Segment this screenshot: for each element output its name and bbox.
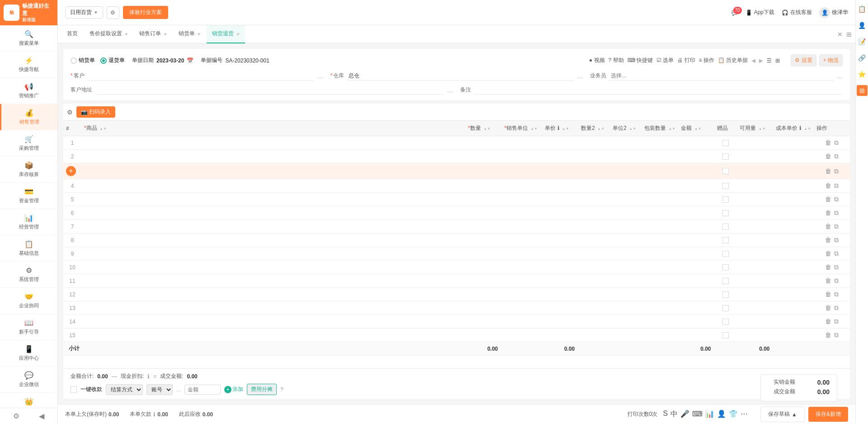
row-pack-1[interactable] — [642, 136, 678, 150]
table-settings-icon[interactable]: ⚙ — [67, 109, 73, 116]
sort-product[interactable]: ▲▼ — [99, 127, 107, 131]
delete-icon[interactable]: 🗑 — [825, 236, 831, 244]
address-dots[interactable]: ... — [447, 86, 453, 94]
debt-help[interactable]: ℹ — [153, 411, 156, 418]
customer-input[interactable] — [87, 71, 315, 81]
gift-checkbox-3[interactable] — [722, 168, 729, 174]
row-price-3[interactable] — [542, 163, 578, 179]
row-unit2-2[interactable] — [610, 150, 642, 163]
tab-return-close[interactable]: × — [236, 31, 239, 37]
sort-unit[interactable]: ▲▼ — [530, 127, 538, 131]
toolbar-icon-1[interactable]: S — [663, 410, 668, 419]
row-available-3[interactable] — [737, 163, 773, 179]
copy-icon[interactable]: ⧉ — [834, 236, 839, 244]
add-row-button[interactable]: + — [66, 166, 76, 176]
sort-pack[interactable]: ▲▼ — [669, 127, 676, 131]
scan-button[interactable]: 📷 扫码录入 — [76, 106, 115, 118]
copy-icon[interactable]: ⧉ — [834, 223, 839, 230]
tab-sales-order-close[interactable]: × — [164, 31, 166, 37]
row-product-3[interactable] — [81, 163, 465, 179]
row-amount-1[interactable] — [678, 136, 714, 150]
delete-icon-2[interactable]: 🗑 — [825, 152, 831, 160]
salesperson-dots[interactable]: ... — [837, 72, 843, 80]
warehouse-input[interactable] — [347, 71, 574, 81]
row-price-1[interactable] — [542, 136, 578, 150]
shortcut-btn[interactable]: ⌨ 快捷键 — [627, 57, 653, 64]
remark-input[interactable] — [474, 85, 843, 95]
history-btn[interactable]: 📋 历史单据 — [718, 57, 748, 64]
row-amount-2[interactable] — [678, 150, 714, 163]
online-service-button[interactable]: 🎧 在线客服 — [782, 9, 812, 16]
daily-select[interactable]: 日用百货 ▼ — [65, 6, 103, 19]
message-button[interactable]: 💬 70 — [731, 10, 738, 16]
copy-icon[interactable]: ⧉ — [834, 182, 839, 190]
row-quantity-1[interactable] — [465, 136, 501, 150]
toolbar-icon-6[interactable]: 👤 — [717, 410, 726, 419]
nav-next[interactable]: ▶ — [759, 57, 763, 64]
row-available-2[interactable] — [737, 150, 773, 163]
account-dots[interactable]: ... — [176, 386, 181, 393]
toolbar-icon-2[interactable]: 中 — [670, 410, 678, 419]
sidebar-item-销售管理[interactable]: 💰 销售管理 — [0, 104, 57, 130]
delete-icon[interactable]: 🗑 — [825, 318, 831, 325]
delete-icon-1[interactable]: 🗑 — [825, 139, 831, 147]
gift-checkbox-2[interactable] — [722, 153, 729, 160]
table-view-btn[interactable]: ☰ — [767, 57, 772, 64]
discount-help[interactable]: ℹ — [147, 373, 150, 380]
user-menu[interactable]: 👤 徐泽华 — [819, 7, 848, 18]
copy-icon[interactable]: ⧉ — [834, 318, 839, 325]
pay-checkbox[interactable] — [71, 386, 77, 393]
radio-return[interactable]: 退货单 — [100, 57, 125, 64]
copy-icon-2[interactable]: ⧉ — [834, 152, 839, 160]
sidebar-item-采购管理[interactable]: 🛒 采购管理 — [0, 130, 57, 157]
tab-sales-order[interactable]: 销售订单 × — [134, 25, 172, 43]
video-btn[interactable]: ● 视频 — [589, 57, 605, 64]
operation-btn[interactable]: ≡ 操作 — [699, 57, 714, 64]
delete-icon[interactable]: 🗑 — [825, 291, 831, 298]
sidebar-item-资金管理[interactable]: 💳 资金管理 — [0, 183, 57, 209]
customer-dots[interactable]: ... — [317, 72, 323, 80]
delete-icon[interactable]: 🗑 — [825, 263, 831, 271]
toolbar-icon-4[interactable]: ⌨ — [692, 410, 703, 419]
nav-prev[interactable]: ◀ — [751, 57, 755, 64]
row-product-2[interactable] — [81, 150, 465, 163]
delete-icon[interactable]: 🗑 — [825, 250, 831, 257]
calendar-icon[interactable]: 📅 — [187, 57, 193, 64]
row-gift-2[interactable] — [714, 150, 737, 163]
copy-icon[interactable]: ⧉ — [834, 304, 839, 312]
help-btn[interactable]: ? 帮助 — [609, 57, 624, 64]
tab-close-all[interactable]: ✕ — [837, 31, 843, 38]
gift-checkbox-1[interactable] — [722, 140, 729, 146]
row-unit2-1[interactable] — [610, 136, 642, 150]
radio-sales[interactable]: 销货单 — [71, 57, 95, 64]
copy-icon-3[interactable]: ⧉ — [834, 167, 839, 175]
sidebar-item-应用中心[interactable]: 📱 应用中心 — [0, 340, 57, 367]
pay-amount-input[interactable] — [184, 385, 221, 395]
row-qty2-1[interactable] — [578, 136, 610, 150]
tab-more[interactable]: ⊞ — [846, 31, 852, 38]
row-available-1[interactable] — [737, 136, 773, 150]
header-settings-button[interactable]: ⚙ — [107, 6, 119, 19]
sidebar-item-企业微信[interactable]: 💬 企业微信 — [0, 367, 57, 393]
row-qty2-2[interactable] — [578, 150, 610, 163]
copy-icon[interactable]: ⧉ — [834, 195, 839, 203]
setting-button[interactable]: ⚙ 设置 — [791, 54, 816, 67]
toolbar-icon-7[interactable]: 👕 — [729, 410, 738, 419]
copy-icon[interactable]: ⧉ — [834, 263, 839, 271]
delete-icon[interactable]: 🗑 — [825, 182, 831, 190]
row-pack-3[interactable] — [642, 163, 678, 179]
tab-sales-close[interactable]: × — [198, 31, 200, 37]
sidebar-item-营销推广[interactable]: 📢 营销推广 — [0, 78, 57, 104]
tab-sales[interactable]: 销货单 × — [173, 25, 206, 43]
delete-icon[interactable]: 🗑 — [825, 277, 831, 285]
copy-icon[interactable]: ⧉ — [834, 250, 839, 257]
delete-icon[interactable]: 🗑 — [825, 304, 831, 312]
fee-split-button[interactable]: 费用分摊 — [247, 384, 277, 395]
product-input-3[interactable] — [84, 168, 462, 174]
sort-available[interactable]: ▲▼ — [759, 127, 766, 131]
salesperson-input[interactable] — [609, 71, 834, 81]
sidebar-item-快捷导航[interactable]: ⚡ 快捷导航 — [0, 52, 57, 78]
sidebar-item-库存核算[interactable]: 📦 库存核算 — [0, 157, 57, 183]
logistics-button[interactable]: + 物流 — [819, 54, 843, 67]
sidebar-item-新手引导[interactable]: 📖 新手引导 — [0, 314, 57, 340]
